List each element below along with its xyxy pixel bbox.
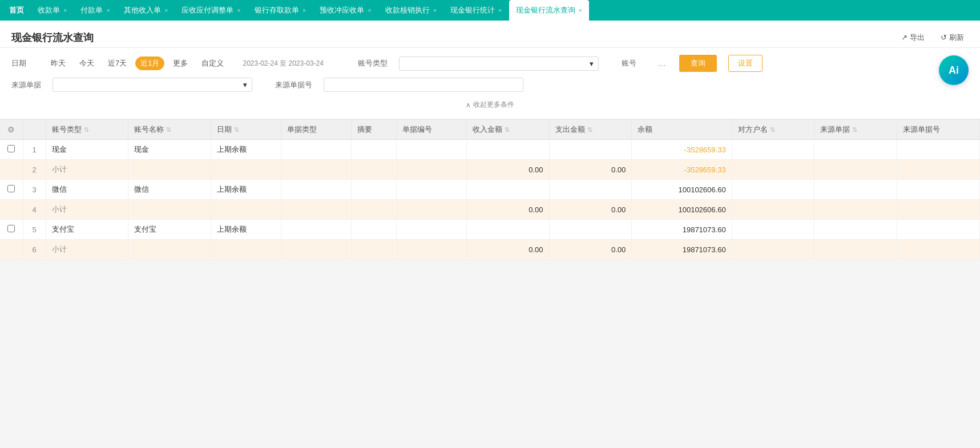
source-doc-num-input[interactable] [324, 78, 523, 92]
row-checkbox[interactable] [0, 220, 23, 240]
column-header-summary: 摘要 [351, 120, 396, 140]
nav-tab-other-income[interactable]: 其他收入单× [117, 0, 175, 21]
nav-tab-home[interactable]: 首页 [2, 0, 31, 21]
cell-source-doc-num [897, 140, 980, 160]
page-title: 现金银行流水查询 [11, 31, 94, 45]
column-header-balance: 余额 [632, 120, 732, 140]
sort-icon [770, 126, 775, 134]
column-header-settings[interactable]: ⚙ [0, 120, 23, 140]
column-header-expense[interactable]: 支出金额 [549, 120, 632, 140]
query-button[interactable]: 查询 [679, 55, 717, 72]
nav-tab-writeoff[interactable]: 收款核销执行× [378, 0, 443, 21]
cell-doc-type [281, 240, 351, 260]
row-checkbox[interactable] [0, 160, 23, 180]
table-row: 3微信微信上期余额100102606.60 [0, 180, 980, 200]
column-header-account_name[interactable]: 账号名称 [128, 120, 211, 140]
cell-account-type: 小计 [46, 160, 128, 180]
close-tab-icon[interactable]: × [237, 7, 240, 14]
collapse-button[interactable]: ∧ 收起更多条件 [11, 98, 969, 112]
cell-date [211, 160, 281, 180]
close-tab-icon[interactable]: × [368, 7, 371, 14]
close-tab-icon[interactable]: × [433, 7, 437, 14]
close-tab-icon[interactable]: × [63, 7, 67, 14]
cell-counterpart [732, 180, 814, 200]
cell-account-type: 小计 [46, 200, 128, 220]
cell-income: 0.00 [466, 160, 549, 180]
cell-date [211, 200, 281, 220]
account-label: 账号 [622, 58, 644, 68]
cell-source-doc [814, 180, 897, 200]
sort-icon [166, 126, 171, 134]
row-select-checkbox[interactable] [7, 185, 15, 192]
nav-tab-ar-ap-adjust[interactable]: 应收应付调整单× [175, 0, 247, 21]
page-header: 现金银行流水查询 ↗ 导出 ↺ 刷新 [0, 21, 980, 48]
cell-account-name [128, 240, 211, 260]
date-btn-更多[interactable]: 更多 [168, 56, 193, 70]
nav-tab-payment[interactable]: 付款单× [74, 0, 116, 21]
row-checkbox[interactable] [0, 180, 23, 200]
table-area: ⚙账号类型账号名称日期单据类型摘要单据编号收入金额支出金额余额对方户名来源单据来… [0, 120, 980, 260]
filter-row-2: 来源单据 来源单据号 [11, 78, 969, 92]
account-dots[interactable]: ... [656, 58, 668, 68]
refresh-button[interactable]: ↺ 刷新 [936, 30, 969, 45]
ai-assistant-button[interactable]: Ai [939, 55, 969, 85]
close-tab-icon[interactable]: × [106, 7, 110, 14]
cell-income [466, 180, 549, 200]
sort-icon [587, 126, 592, 134]
export-button[interactable]: ↗ 导出 [897, 30, 929, 45]
cell-account-name: 微信 [128, 180, 211, 200]
row-checkbox[interactable] [0, 200, 23, 220]
row-select-checkbox[interactable] [7, 145, 15, 152]
column-header-source_doc[interactable]: 来源单据 [814, 120, 897, 140]
cell-balance: 19871073.60 [632, 220, 732, 240]
column-header-date[interactable]: 日期 [211, 120, 281, 140]
nav-tab-cash-stats[interactable]: 现金银行统计× [443, 0, 509, 21]
cell-balance: -3528659.33 [632, 160, 732, 180]
row-select-checkbox[interactable] [7, 225, 15, 232]
row-checkbox[interactable] [0, 140, 23, 160]
cell-account-name: 支付宝 [128, 220, 211, 240]
cell-account-type: 支付宝 [46, 220, 128, 240]
source-doc-select[interactable] [53, 78, 252, 92]
table-row: 6小计0.000.0019871073.60 [0, 240, 980, 260]
account-type-select[interactable] [399, 56, 599, 71]
date-btn-昨天[interactable]: 昨天 [46, 56, 71, 70]
nav-tab-cash-flow[interactable]: 现金银行流水查询× [509, 0, 589, 21]
settings-button[interactable]: 设置 [728, 55, 763, 72]
cell-income [466, 140, 549, 160]
date-btn-自定义[interactable]: 自定义 [196, 56, 229, 70]
column-header-income[interactable]: 收入金额 [466, 120, 549, 140]
close-tab-icon[interactable]: × [164, 7, 168, 14]
cell-summary [351, 140, 396, 160]
table-row: 2小计0.000.00-3528659.33 [0, 160, 980, 180]
date-btn-今天[interactable]: 今天 [74, 56, 99, 70]
close-tab-icon[interactable]: × [303, 7, 306, 14]
column-header-account_type[interactable]: 账号类型 [46, 120, 128, 140]
cell-doc-num [396, 240, 466, 260]
cell-summary [351, 160, 396, 180]
nav-tab-prepay-charge[interactable]: 预收冲应收单× [313, 0, 378, 21]
date-btn-近1月[interactable]: 近1月 [135, 56, 164, 70]
cell-doc-num [396, 220, 466, 240]
date-btn-近7天[interactable]: 近7天 [103, 56, 132, 70]
table-settings-icon[interactable]: ⚙ [7, 125, 15, 134]
cell-doc-type [281, 140, 351, 160]
sort-icon [84, 126, 89, 134]
row-checkbox[interactable] [0, 240, 23, 260]
column-header-source_doc_num: 来源单据号 [897, 120, 980, 140]
close-tab-icon[interactable]: × [498, 7, 502, 14]
cell-source-doc [814, 200, 897, 220]
column-header-doc_type: 单据类型 [281, 120, 351, 140]
nav-tab-bank-deposit[interactable]: 银行存取款单× [248, 0, 313, 21]
cell-counterpart [732, 160, 814, 180]
table-row: 1现金现金上期余额-3528659.33 [0, 140, 980, 160]
nav-tab-receipt[interactable]: 收款单× [31, 0, 74, 21]
date-range: 2023-02-24 至 2023-03-24 [243, 59, 323, 68]
cell-date [211, 240, 281, 260]
close-tab-icon[interactable]: × [579, 7, 582, 14]
cell-doc-type [281, 180, 351, 200]
cell-expense [549, 180, 632, 200]
column-header-counterpart[interactable]: 对方户名 [732, 120, 814, 140]
cell-source-doc-num [897, 240, 980, 260]
table-row: 5支付宝支付宝上期余额19871073.60 [0, 220, 980, 240]
